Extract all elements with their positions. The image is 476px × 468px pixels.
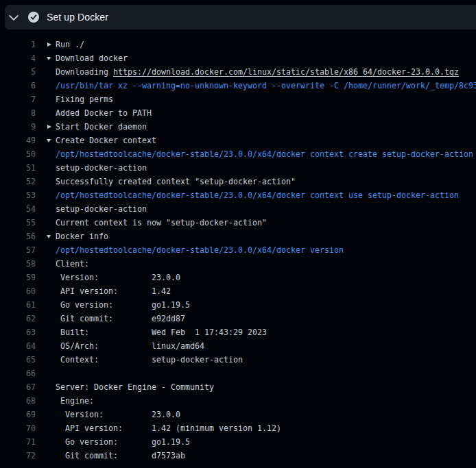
log-command-text: /opt/hostedtoolcache/docker-stable/23.0.…	[56, 188, 459, 202]
step-header[interactable]: Set up Docker	[5, 5, 476, 29]
line-number[interactable]: 59	[0, 271, 36, 284]
group-expanded-icon[interactable]	[47, 57, 51, 60]
line-number[interactable]: 62	[0, 312, 36, 325]
log-line: 50/opt/hostedtoolcache/docker-stable/23.…	[0, 147, 476, 161]
log-container: 1Run ./4Download docker5Downloading http…	[0, 38, 476, 463]
line-number[interactable]: 56	[0, 230, 36, 243]
line-number[interactable]: 66	[0, 367, 36, 380]
log-line: 52Successfully created context "setup-do…	[0, 175, 476, 188]
line-number[interactable]: 64	[0, 339, 36, 353]
line-number[interactable]: 65	[0, 353, 36, 367]
log-line: 62 Git commit: e92dd87	[0, 312, 476, 325]
chevron-down-icon[interactable]	[8, 12, 19, 23]
log-text: Successfully created context "setup-dock…	[56, 175, 296, 188]
group-title[interactable]: Start Docker daemon	[56, 120, 147, 134]
line-number[interactable]: 61	[0, 298, 36, 312]
log-command-text: /opt/hostedtoolcache/docker-stable/23.0.…	[56, 243, 344, 257]
log-text: Client:	[56, 257, 89, 271]
log-line: 65 Context: setup-docker-action	[0, 353, 476, 367]
log-text: Git commit: e92dd87	[56, 312, 185, 325]
log-line: 72 Git commit: d7573ab	[0, 449, 476, 463]
log-text: setup-docker-action	[56, 161, 147, 175]
log-text: API version: 1.42 (minimum version 1.12)	[56, 421, 281, 435]
log-line: 61 Go version: go1.19.5	[0, 298, 476, 312]
log-line: 56Docker info	[0, 230, 476, 243]
log-line: 6/usr/bin/tar xz --warning=no-unknown-ke…	[0, 79, 476, 93]
line-number[interactable]: 58	[0, 257, 36, 271]
log-line: 60 API version: 1.42	[0, 284, 476, 298]
log-line: 67Server: Docker Engine - Community	[0, 380, 476, 394]
group-title[interactable]: Download docker	[56, 51, 128, 65]
log-text: Server: Docker Engine - Community	[56, 380, 214, 394]
line-number[interactable]: 7	[0, 93, 36, 106]
log-line: 58Client:	[0, 257, 476, 271]
line-number[interactable]: 57	[0, 243, 36, 257]
line-number[interactable]: 63	[0, 325, 36, 339]
line-number[interactable]: 71	[0, 435, 36, 449]
log-text: Git commit: d7573ab	[56, 449, 185, 463]
log-line: 57/opt/hostedtoolcache/docker-stable/23.…	[0, 243, 476, 257]
log-text: Current context is now "setup-docker-act…	[56, 216, 267, 230]
line-number[interactable]: 49	[0, 134, 36, 147]
line-number[interactable]: 52	[0, 175, 36, 188]
log-line: 4Download docker	[0, 51, 476, 65]
group-title[interactable]: Docker info	[56, 230, 108, 243]
group-title[interactable]: Run ./	[56, 38, 84, 51]
log-command-text: /opt/hostedtoolcache/docker-stable/23.0.…	[56, 147, 476, 161]
log-line: 51setup-docker-action	[0, 161, 476, 175]
line-number[interactable]: 54	[0, 202, 36, 216]
log-line: 49Create Docker context	[0, 134, 476, 147]
log-line: 66	[0, 367, 476, 380]
log-line: 64 OS/Arch: linux/amd64	[0, 339, 476, 353]
log-line: 63 Built: Wed Feb 1 17:43:29 2023	[0, 325, 476, 339]
line-number[interactable]: 6	[0, 79, 36, 93]
log-line: 69 Version: 23.0.0	[0, 408, 476, 421]
log-line: 7Fixing perms	[0, 93, 476, 106]
log-line: 9Start Docker daemon	[0, 120, 476, 134]
log-line: 54setup-docker-action	[0, 202, 476, 216]
log-line: 8Added Docker to PATH	[0, 106, 476, 120]
log-text: Version: 23.0.0	[56, 271, 180, 284]
line-number[interactable]: 72	[0, 449, 36, 463]
line-number[interactable]: 9	[0, 120, 36, 134]
log-text: Go version: go1.19.5	[56, 435, 190, 449]
log-text: API version: 1.42	[56, 284, 171, 298]
line-number[interactable]: 55	[0, 216, 36, 230]
log-text: Go version: go1.19.5	[56, 298, 190, 312]
line-number[interactable]: 53	[0, 188, 36, 202]
line-number[interactable]: 60	[0, 284, 36, 298]
log-line: 59 Version: 23.0.0	[0, 271, 476, 284]
log-line: 1Run ./	[0, 38, 476, 51]
line-number[interactable]: 69	[0, 408, 36, 421]
group-collapsed-icon[interactable]	[47, 42, 51, 47]
log-text: Added Docker to PATH	[56, 106, 152, 120]
line-number[interactable]: 5	[0, 65, 36, 79]
log-text: Fixing perms	[56, 93, 113, 106]
line-number[interactable]: 67	[0, 380, 36, 394]
group-expanded-icon[interactable]	[47, 235, 51, 238]
step-title: Set up Docker	[47, 12, 108, 23]
line-number[interactable]: 50	[0, 147, 36, 161]
log-line: 55Current context is now "setup-docker-a…	[0, 216, 476, 230]
log-link[interactable]: https://download.docker.com/linux/static…	[113, 67, 459, 77]
log-text: Context: setup-docker-action	[56, 353, 243, 367]
group-title[interactable]: Create Docker context	[56, 134, 156, 147]
line-number[interactable]: 1	[0, 38, 36, 51]
line-number[interactable]: 68	[0, 394, 36, 408]
log-line: 53/opt/hostedtoolcache/docker-stable/23.…	[0, 188, 476, 202]
log-line: 68 Engine:	[0, 394, 476, 408]
log-line: 71 Go version: go1.19.5	[0, 435, 476, 449]
line-number[interactable]: 51	[0, 161, 36, 175]
group-collapsed-icon[interactable]	[47, 125, 51, 129]
log-command-text: /usr/bin/tar xz --warning=no-unknown-key…	[56, 79, 476, 93]
line-number[interactable]: 70	[0, 421, 36, 435]
log-text: Downloading https://download.docker.com/…	[56, 65, 459, 79]
log-text: Built: Wed Feb 1 17:43:29 2023	[56, 325, 267, 339]
log-text: OS/Arch: linux/amd64	[56, 339, 204, 353]
log-text: Engine:	[56, 394, 94, 408]
log-text: setup-docker-action	[56, 202, 147, 216]
group-expanded-icon[interactable]	[47, 139, 51, 143]
line-number[interactable]: 8	[0, 106, 36, 120]
check-circle-icon	[28, 12, 39, 23]
line-number[interactable]: 4	[0, 51, 36, 65]
